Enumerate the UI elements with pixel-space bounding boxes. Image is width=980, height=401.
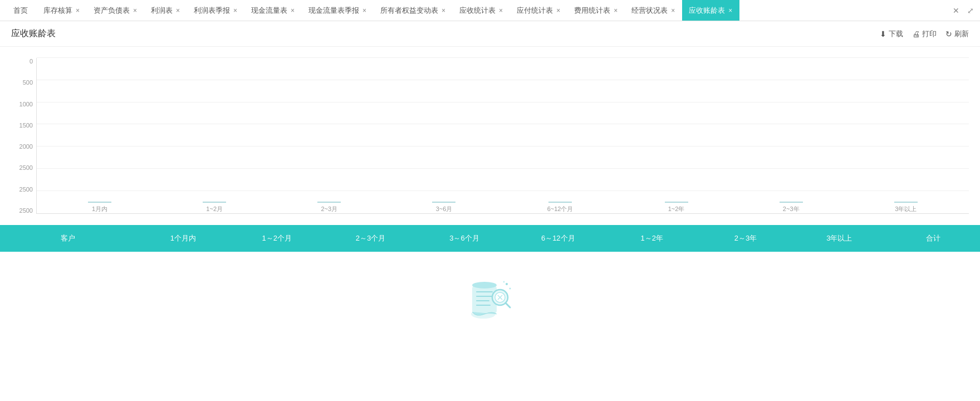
bar-month1 [88,202,111,203]
tab-ar-aging[interactable]: 应收账龄表 × [682,0,739,21]
bar-group-month3-6: 3~6月 [432,202,455,213]
bar-label-month1-2: 1~2月 [206,205,223,213]
tab-balance-sheet-label: 资产负债表 [94,6,130,16]
table-col-year1-2: 1～2年 [605,233,698,243]
tab-equity-change-label: 所有者权益变动表 [380,6,438,16]
bar-month2-3 [317,202,341,203]
bar-group-year2-3: 2~3年 [780,202,803,213]
bar-group-month2-3: 2~3月 [317,202,341,213]
tab-ar-aging-label: 应收账龄表 [689,6,725,16]
svg-point-13 [509,288,511,290]
tab-profit-close[interactable]: × [176,7,180,14]
bar-group-month1-2: 1~2月 [203,202,226,213]
download-icon: ⬇ [880,30,886,38]
tab-ap-stats[interactable]: 应付统计表 × [510,0,567,21]
table-col-month6-12: 6～12个月 [511,233,605,243]
bar-group-month1: 1月内 [88,202,111,213]
tab-ar-aging-close[interactable]: × [728,7,732,14]
page-content: 应收账龄表 ⬇ 下载 🖨 打印 ↻ 刷新 2500 2500 2500 20 [0,21,980,401]
bar-group-month6-12: 6~12个月 [547,202,574,213]
table-col-year2-3: 2～3年 [699,233,792,243]
tab-profit[interactable]: 利润表 × [144,0,187,21]
print-icon: 🖨 [912,30,920,38]
download-label: 下载 [889,29,903,39]
tab-balance-sheet-close[interactable]: × [133,7,137,14]
tab-cashflow-quarterly-close[interactable]: × [362,7,366,14]
bar-year1-2 [665,202,688,203]
table-col-month1-2: 1～2个月 [230,233,324,243]
bar-label-month2-3: 2~3月 [321,205,338,213]
tab-operations-close[interactable]: × [671,7,675,14]
table-col-month3-6: 3～6个月 [418,233,511,243]
bar-label-year1-2: 1~2年 [668,205,685,213]
tab-operations[interactable]: 经营状况表 × [625,0,682,21]
tab-profit-quarterly[interactable]: 利润表季报 × [187,0,244,21]
tab-cashflow[interactable]: 现金流量表 × [244,0,302,21]
bar-group-year1-2: 1~2年 [665,202,688,213]
table-col-month1: 1个月内 [136,233,230,243]
bar-label-month3-6: 3~6月 [436,205,453,213]
tab-balance-sheet[interactable]: 资产负债表 × [87,0,144,21]
tab-inventory[interactable]: 库存核算 × [37,0,87,21]
bar-month3-6 [432,202,455,203]
tab-expense-stats-close[interactable]: × [614,7,618,14]
tab-profit-quarterly-close[interactable]: × [233,7,237,14]
tab-inventory-close[interactable]: × [76,7,80,14]
tab-cashflow-close[interactable]: × [291,7,295,14]
download-button[interactable]: ⬇ 下载 [880,29,903,39]
table-col-month2-3: 2～3个月 [324,233,417,243]
table-header: 客户 1个月内 1～2个月 2～3个月 3～6个月 6～12个月 1～2年 2～… [0,225,980,252]
chart-inner: 1月内 1~2月 2~3月 3~6月 [36,58,969,214]
bar-label-year2-3: 2~3年 [783,205,800,213]
tab-inventory-label: 库存核算 [43,6,72,16]
tab-expense-stats[interactable]: 费用统计表 × [567,0,625,21]
bar-label-month6-12: 6~12个月 [547,205,574,213]
tab-ar-stats-close[interactable]: × [499,7,503,14]
tab-cashflow-quarterly-label: 现金流量表季报 [308,6,359,16]
tab-ap-stats-close[interactable]: × [556,7,560,14]
bar-month1-2 [203,202,226,203]
tab-ar-stats[interactable]: 应收统计表 × [453,0,510,21]
tab-cashflow-quarterly[interactable]: 现金流量表季报 × [302,0,374,21]
tab-profit-label: 利润表 [151,6,173,16]
print-button[interactable]: 🖨 打印 [912,29,937,39]
window-maximize-btn[interactable]: ⤢ [966,6,976,16]
tab-home[interactable]: 首页 [4,6,37,16]
tab-ap-stats-label: 应付统计表 [517,6,553,16]
bar-month6-12 [548,202,572,203]
refresh-button[interactable]: ↻ 刷新 [945,29,969,39]
window-close-btn[interactable]: ✕ [951,6,961,16]
bar-label-month1: 1月内 [92,205,107,213]
print-label: 打印 [922,29,937,39]
tab-equity-change-close[interactable]: × [442,7,445,14]
bar-group-year3plus: 3年以上 [894,202,918,213]
tab-bar: 首页 库存核算 × 资产负债表 × 利润表 × 利润表季报 × 现金流量表 × … [0,0,980,21]
chart-y-axis: 2500 2500 2500 2000 1500 1000 500 0 [11,58,36,214]
svg-point-14 [503,281,505,283]
table-col-customer: 客户 [0,233,136,243]
tab-ar-stats-label: 应收统计表 [459,6,496,16]
tab-profit-quarterly-label: 利润表季报 [194,6,230,16]
tab-operations-label: 经营状况表 [631,6,668,16]
bar-year3plus [894,202,918,203]
svg-line-11 [506,303,510,307]
empty-state-icon [462,274,518,321]
bar-label-year3plus: 3年以上 [895,205,917,213]
svg-point-12 [506,283,508,285]
refresh-icon: ↻ [945,30,952,38]
header-actions: ⬇ 下载 🖨 打印 ↻ 刷新 [880,29,969,39]
page-header: 应收账龄表 ⬇ 下载 🖨 打印 ↻ 刷新 [0,21,980,47]
table-col-total: 合计 [886,233,980,243]
refresh-label: 刷新 [954,29,969,39]
page-title: 应收账龄表 [11,28,56,40]
chart-area: 2500 2500 2500 2000 1500 1000 500 0 [0,47,980,225]
bar-year2-3 [780,202,803,203]
tab-cashflow-label: 现金流量表 [251,6,287,16]
chart-container: 2500 2500 2500 2000 1500 1000 500 0 [11,58,969,214]
svg-point-2 [472,282,497,288]
window-controls: ✕ ⤢ [951,6,976,16]
tab-equity-change[interactable]: 所有者权益变动表 × [374,0,453,21]
empty-state [0,252,980,344]
tab-expense-stats-label: 费用统计表 [574,6,610,16]
table-col-year3plus: 3年以上 [792,233,886,243]
